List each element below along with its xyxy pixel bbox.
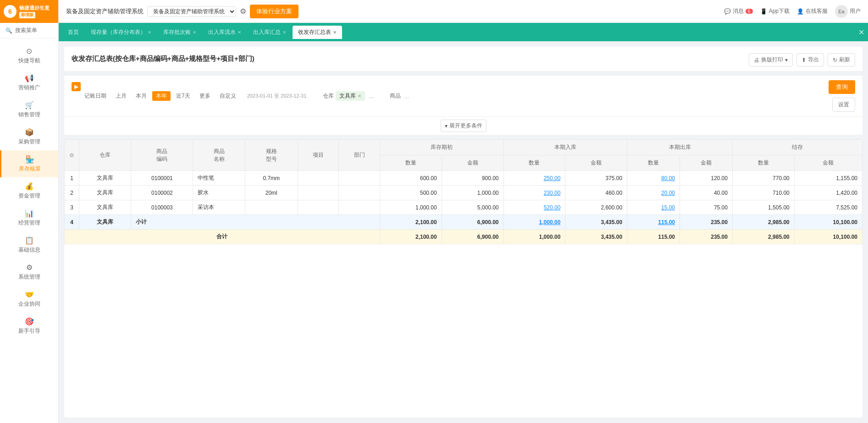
col-open-amt-header: 金额 <box>442 155 503 171</box>
topbar-right: 💬 消息 6 📱 App下载 👤 在线客服 Ea 用户 <box>724 5 861 18</box>
row-out-amt: 40.00 <box>680 186 733 200</box>
main-area: 装备及固定资产辅助管理系统 装备及固定资产辅助管理系统 ⚙ 体验行业方案 💬 消… <box>59 0 868 423</box>
col-out-header: 本期出库 <box>627 140 733 155</box>
tab-receipt-summary[interactable]: 收发存汇总表 ✕ <box>293 26 342 39</box>
table-settings-gear[interactable]: ⚙ <box>69 152 74 159</box>
footer-label: 合计 <box>65 230 380 244</box>
sidebar-item-enterprise[interactable]: 🤝 企业协同 <box>0 286 58 313</box>
tab-close-stock-dist[interactable]: ✕ <box>148 30 151 35</box>
user-item[interactable]: Ea 用户 <box>835 5 861 18</box>
footer-close-amt: 10,100.00 <box>794 230 862 244</box>
footer-in-amt: 3,435.00 <box>565 230 627 244</box>
sidebar-item-sales[interactable]: 🛒 销售管理 <box>0 96 58 123</box>
phone-icon: 📱 <box>760 8 767 15</box>
col-in-amt-header: 金额 <box>565 155 627 171</box>
row-dept <box>339 171 380 186</box>
refresh-button[interactable]: ↻ 刷新 <box>828 53 855 66</box>
date-btn-custom[interactable]: 自定义 <box>216 91 240 101</box>
row-out-qty[interactable]: 20.00 <box>627 186 680 200</box>
date-btn-this-year[interactable]: 本年 <box>152 91 171 101</box>
date-btn-7days[interactable]: 近7天 <box>172 91 194 101</box>
tab-home[interactable]: 首页 <box>62 26 84 39</box>
date-btn-this-month[interactable]: 本月 <box>132 91 150 101</box>
data-table: ⚙ 仓库 商品编码 商品名称 规格型号 项目 部门 库存期初 本期入库 本期出库… <box>64 139 862 244</box>
tab-batch[interactable]: 库存批次账 ✕ <box>158 26 202 39</box>
guide-icon: 🎯 <box>25 317 34 326</box>
online-service-item[interactable]: 👤 在线客服 <box>797 7 828 15</box>
tab-inout-summary[interactable]: 出入库汇总 ✕ <box>248 26 292 39</box>
row-close-amt: 7,525.00 <box>794 200 862 215</box>
filter-warehouse: 仓库 文具库 ✕ ... <box>323 91 373 101</box>
app-download-item[interactable]: 📱 App下载 <box>760 7 790 15</box>
date-range: 2023-01-01 至 2023-12-31 <box>247 93 307 99</box>
warehouse-more[interactable]: ... <box>369 93 373 99</box>
date-options: 上月 本月 本年 近7天 更多 自定义 <box>112 91 240 101</box>
sidebar-item-marketing[interactable]: 📢 营销推广 <box>0 69 58 96</box>
subtotal-open-qty: 2,100.00 <box>380 215 442 230</box>
messages-item[interactable]: 💬 消息 6 <box>724 7 753 15</box>
topbar: 装备及固定资产辅助管理系统 装备及固定资产辅助管理系统 ⚙ 体验行业方案 💬 消… <box>59 0 868 23</box>
sidebar-item-operation[interactable]: 📊 经营管理 <box>0 204 58 231</box>
tab-stock-dist[interactable]: 现存量（库存分布表） ✕ <box>85 26 157 39</box>
export-button[interactable]: ⬆ 导出 <box>796 53 824 66</box>
filter-controls: 记账日期 上月 本月 本年 近7天 更多 自定义 2023-01-01 至 20… <box>84 80 855 112</box>
footer-open-qty: 2,100.00 <box>380 230 442 244</box>
sidebar-item-inventory[interactable]: 🏪 库存核算 <box>0 150 58 177</box>
tabbar: 首页 现存量（库存分布表） ✕ 库存批次账 ✕ 出入库流水 ✕ 出入库汇总 ✕ … <box>59 23 868 41</box>
print-icon: 🖨 <box>754 57 759 63</box>
print-button[interactable]: 🖨 换版打印 ▾ <box>749 53 793 66</box>
sidebar-item-guide[interactable]: 🎯 新手引导 <box>0 313 58 340</box>
tabbar-close-all[interactable]: ✕ <box>858 28 864 37</box>
subtotal-in-qty: 1,000.00 <box>503 215 565 230</box>
tab-close-inout-summary[interactable]: ✕ <box>282 30 286 35</box>
row-in-amt: 2,600.00 <box>565 200 627 215</box>
row-out-qty[interactable]: 15.00 <box>627 200 680 215</box>
row-no: 1 <box>65 171 79 186</box>
row-in-qty[interactable]: 230.00 <box>503 186 565 200</box>
row-out-qty[interactable]: 80.00 <box>627 171 680 186</box>
tab-close-inout-flow[interactable]: ✕ <box>238 30 241 35</box>
chevron-down-icon: ▾ <box>785 57 788 63</box>
sidebar-item-basic[interactable]: 📋 基础信息 <box>0 231 58 258</box>
row-close-amt: 1,420.00 <box>794 186 862 200</box>
row-in-qty[interactable]: 250.00 <box>503 171 565 186</box>
goods-more[interactable]: ... <box>404 93 409 99</box>
finance-icon: 💰 <box>25 182 34 191</box>
basic-icon: 📋 <box>25 236 34 245</box>
row-name: 中性笔 <box>193 171 245 186</box>
tab-close-batch[interactable]: ✕ <box>193 30 196 35</box>
expand-conditions-btn[interactable]: ▾ 展开更多条件 <box>441 120 487 132</box>
filter-toggle-btn[interactable]: ▶ <box>72 82 81 91</box>
row-project <box>298 200 339 215</box>
logo-icon: 6 <box>4 5 17 18</box>
sidebar-item-purchase[interactable]: 📦 采购管理 <box>0 123 58 150</box>
col-dept-header: 部门 <box>339 140 380 171</box>
subtotal-no: 4 <box>65 215 79 230</box>
row-dept <box>339 186 380 200</box>
tab-inout-flow[interactable]: 出入库流水 ✕ <box>203 26 247 39</box>
date-btn-last-month[interactable]: 上月 <box>112 91 130 101</box>
subtotal-label: 小计 <box>131 215 380 230</box>
warehouse-tag-close[interactable]: ✕ <box>358 93 361 99</box>
row-project <box>298 171 339 186</box>
subtotal-close-qty: 2,985.00 <box>732 215 794 230</box>
subtotal-row: 4 文具库 小计 2,100.00 6,900.00 1,000.00 3,43… <box>65 215 862 230</box>
sidebar-item-finance[interactable]: 💰 资金管理 <box>0 177 58 204</box>
sidebar-nav: ⊙ 快捷导航 📢 营销推广 🛒 销售管理 📦 采购管理 🏪 库存核算 💰 资金管… <box>0 38 58 423</box>
settings-button[interactable]: 设置 <box>832 98 855 112</box>
query-button[interactable]: 查询 <box>829 80 855 94</box>
row-in-qty[interactable]: 520.00 <box>503 200 565 215</box>
settings-icon[interactable]: ⚙ <box>240 7 246 16</box>
message-icon: 💬 <box>724 8 731 15</box>
row-open-qty: 600.00 <box>380 171 442 186</box>
system-select[interactable]: 装备及固定资产辅助管理系统 <box>147 6 236 16</box>
sidebar-item-quick-nav[interactable]: ⊙ 快捷导航 <box>0 42 58 69</box>
sidebar-search[interactable]: 🔍 搜索菜单 <box>0 23 58 38</box>
sidebar-item-system[interactable]: ⚙ 系统管理 <box>0 258 58 286</box>
row-close-qty: 1,505.00 <box>732 200 794 215</box>
enterprise-icon: 🤝 <box>25 290 34 299</box>
tab-close-receipt-summary[interactable]: ✕ <box>333 30 337 35</box>
trial-button[interactable]: 体验行业方案 <box>250 5 299 18</box>
date-btn-more[interactable]: 更多 <box>196 91 214 101</box>
col-name-header: 商品名称 <box>193 140 245 171</box>
